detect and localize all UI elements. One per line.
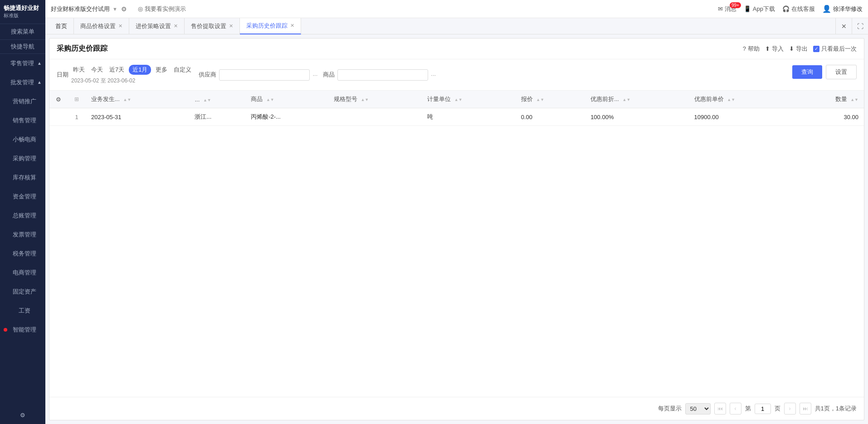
message-badge: 99+	[730, 2, 741, 8]
th-discount[interactable]: 优惠前折... ▲▼	[585, 91, 688, 108]
sidebar: 畅捷通好业财 标准版 搜索菜单 快捷导航 零售管理 ▲ 批发管理 ▲ 营销推广 …	[0, 0, 45, 424]
th-gear[interactable]: ⚙	[49, 91, 68, 108]
sidebar-item-finance[interactable]: 资金管理	[0, 187, 45, 206]
sidebar-quick-nav[interactable]: 快捷导航	[0, 40, 45, 54]
topbar: 好业财标准版交付试用 ▼ ⚙ ◎ 我要看实例演示 ✉ 消息 99+ 📱 App下…	[45, 0, 868, 18]
page-title: 采购历史价跟踪	[57, 44, 107, 53]
sidebar-item-inventory[interactable]: 库存核算	[0, 168, 45, 187]
pre-discount-sort-icon: ▲▼	[727, 98, 735, 102]
th-spec[interactable]: 规格型号 ▲▼	[328, 91, 422, 108]
sidebar-gear-button[interactable]: ⚙	[0, 406, 45, 424]
th-more[interactable]: ... ▲▼	[189, 91, 245, 108]
export-button[interactable]: ⬇ 导出	[789, 45, 808, 53]
header-actions: ? 帮助 ⬆ 导入 ⬇ 导出 ✓ 只看最后一次	[743, 45, 857, 53]
user-menu[interactable]: 👤 徐泽华修改	[822, 5, 863, 13]
message-button[interactable]: ✉ 消息 99+	[718, 5, 736, 13]
row-more-cell: 浙江...	[189, 108, 245, 126]
tab-sale-price-close[interactable]: ✕	[229, 23, 233, 29]
only-last-checkbox-group[interactable]: ✓ 只看最后一次	[813, 45, 857, 53]
pagi-last-button[interactable]: ⏭	[800, 403, 811, 414]
sidebar-item-ecommerce[interactable]: 电商管理	[0, 263, 45, 282]
only-last-checkbox[interactable]: ✓	[813, 46, 819, 52]
quoted-price-sort-icon: ▲▼	[536, 98, 544, 102]
sidebar-item-ecommerce-small[interactable]: 小畅电商	[0, 130, 45, 149]
th-biz-date[interactable]: 业务发生... ▲▼	[86, 91, 189, 108]
th-quantity[interactable]: 数量 ▲▼	[794, 91, 864, 108]
table-row[interactable]: 1 2023-05-31 浙江... 丙烯酸-2-... 吨 0.00 100.…	[49, 108, 864, 126]
sidebar-item-wholesale[interactable]: 批发管理 ▲	[0, 73, 45, 92]
online-service-button[interactable]: 🎧 在线客服	[782, 5, 815, 13]
app-download-button[interactable]: 📱 App下载	[744, 5, 775, 13]
settings-button[interactable]: 设置	[826, 65, 857, 79]
sidebar-item-payroll[interactable]: 工资	[0, 301, 45, 320]
th-goods[interactable]: 商品 ▲▼	[245, 91, 328, 108]
pagi-page-label: 第	[745, 405, 751, 413]
pagi-next-button[interactable]: ›	[784, 403, 796, 414]
th-more-label: ...	[195, 96, 200, 103]
th-quantity-label: 数量	[835, 96, 847, 102]
data-table: ⚙ ⊞ 业务发生... ▲▼ ... ▲▼	[49, 91, 864, 126]
date-opt-last7[interactable]: 近7天	[107, 65, 126, 75]
th-unit[interactable]: 计量单位 ▲▼	[422, 91, 515, 108]
user-name: 徐泽华修改	[833, 5, 863, 13]
th-goods-label: 商品	[251, 96, 263, 102]
pagi-page-input[interactable]	[755, 404, 771, 414]
per-page-select[interactable]: 50 10 20 100	[685, 403, 711, 414]
supplier-more-icon[interactable]: ···	[312, 72, 317, 78]
table-body: 1 2023-05-31 浙江... 丙烯酸-2-... 吨 0.00 100.…	[49, 108, 864, 126]
supplier-input[interactable]	[219, 69, 310, 81]
sidebar-item-invoice[interactable]: 发票管理	[0, 225, 45, 244]
date-filter: 日期 昨天 今天 近7天 近1月 更多 自定义 2023-05-02 至 202…	[57, 65, 193, 85]
company-selector[interactable]: 好业财标准版交付试用 ▼	[51, 5, 117, 13]
sidebar-item-ledger[interactable]: 总账管理	[0, 206, 45, 225]
goods-sort-icon: ▲▼	[266, 98, 274, 102]
sidebar-item-purchase[interactable]: 采购管理	[0, 149, 45, 168]
date-opt-today[interactable]: 今天	[89, 65, 105, 75]
th-quoted-price[interactable]: 报价 ▲▼	[516, 91, 585, 108]
logo-subtitle: 标准版	[4, 12, 42, 19]
topbar-settings-icon[interactable]: ⚙	[121, 5, 127, 13]
tab-purchase-history-close[interactable]: ✕	[290, 23, 294, 29]
date-opt-more[interactable]: 更多	[154, 65, 169, 75]
tab-goods-price-close[interactable]: ✕	[118, 23, 122, 29]
tab-purchase-strategy[interactable]: 进价策略设置 ✕	[129, 18, 185, 34]
tab-home[interactable]: 首页	[49, 18, 74, 34]
sidebar-item-smart[interactable]: 智能管理	[0, 320, 45, 339]
query-button[interactable]: 查询	[792, 65, 822, 79]
tab-sale-price[interactable]: 售价提取设置 ✕	[185, 18, 240, 34]
company-name: 好业财标准版交付试用	[51, 5, 110, 13]
sidebar-item-assets[interactable]: 固定资产	[0, 282, 45, 301]
tab-close-button[interactable]: ✕	[835, 18, 852, 34]
table-header-row: ⚙ ⊞ 业务发生... ▲▼ ... ▲▼	[49, 91, 864, 108]
table-head: ⚙ ⊞ 业务发生... ▲▼ ... ▲▼	[49, 91, 864, 108]
demo-label: 我要看实例演示	[145, 5, 186, 13]
pagi-prev-button[interactable]: ‹	[730, 403, 741, 414]
pagi-first-button[interactable]: ⏮	[714, 403, 726, 414]
tab-goods-price[interactable]: 商品价格设置 ✕	[74, 18, 129, 34]
goods-more-icon[interactable]: ···	[431, 72, 436, 78]
tab-purchase-history-label: 采购历史价跟踪	[246, 22, 288, 30]
import-button[interactable]: ⬆ 导入	[765, 45, 784, 53]
date-opt-yesterday[interactable]: 昨天	[71, 65, 87, 75]
tab-maximize-button[interactable]: ⛶	[852, 18, 868, 34]
th-pre-discount-price[interactable]: 优惠前单价 ▲▼	[689, 91, 795, 108]
demo-link[interactable]: ◎ 我要看实例演示	[138, 5, 186, 13]
help-button[interactable]: ? 帮助	[743, 45, 760, 53]
sidebar-item-sales[interactable]: 销售管理	[0, 111, 45, 130]
sidebar-item-retail[interactable]: 零售管理 ▲	[0, 54, 45, 73]
tab-purchase-strategy-close[interactable]: ✕	[174, 23, 178, 29]
tab-purchase-history[interactable]: 采购历史价跟踪 ✕	[240, 18, 301, 34]
sidebar-search[interactable]: 搜索菜单	[0, 24, 45, 40]
th-num: ⊞	[68, 91, 86, 108]
goods-input[interactable]	[337, 69, 428, 81]
row-quoted-price-cell: 0.00	[516, 108, 585, 126]
row-quantity-cell: 30.00	[794, 108, 864, 126]
date-opt-custom[interactable]: 自定义	[172, 65, 193, 75]
date-label: 日期	[57, 71, 68, 79]
table-settings-icon[interactable]: ⚙	[56, 96, 61, 103]
sidebar-item-tax[interactable]: 税务管理	[0, 244, 45, 263]
goods-filter: 商品 ···	[323, 69, 436, 81]
per-page-label: 每页显示	[658, 405, 682, 413]
sidebar-item-marketing[interactable]: 营销推广	[0, 92, 45, 111]
date-opt-last1month[interactable]: 近1月	[129, 65, 151, 75]
